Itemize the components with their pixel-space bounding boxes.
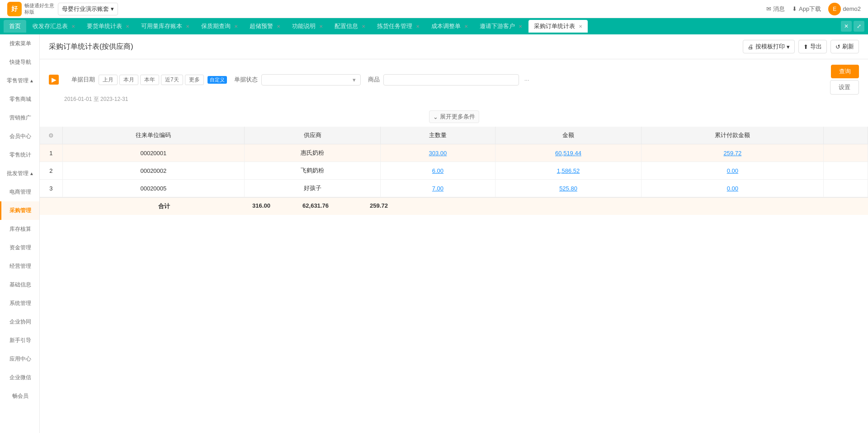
- chevron-down-icon5: ⌄: [433, 114, 438, 120]
- tab-close-gongneng[interactable]: ✕: [319, 24, 323, 29]
- col-paid-header: 累计付款金额: [642, 127, 824, 144]
- query-button[interactable]: 查询: [831, 65, 859, 78]
- tab-caigou-active[interactable]: 采购订单统计表 ✕: [528, 20, 588, 33]
- sidebar-item-appcenter[interactable]: 应用中心: [0, 350, 39, 368]
- sidebar-item-changhui[interactable]: 畅会员: [0, 387, 39, 405]
- message-button[interactable]: ✉ 消息: [766, 5, 785, 13]
- user-profile[interactable]: E demo2: [828, 3, 861, 15]
- download-icon: ⬇: [792, 5, 797, 12]
- gear-icon[interactable]: ⚙: [48, 132, 54, 139]
- row-paid: 259.72: [642, 144, 824, 162]
- custom-date-badge: 自定义: [208, 76, 227, 84]
- tab-jianhuo[interactable]: 拣货任务管理 ✕: [372, 20, 425, 33]
- tab-yaoqing[interactable]: 邀请下游客户 ✕: [474, 20, 528, 33]
- tab-close-keyongliang[interactable]: ✕: [186, 24, 189, 29]
- sidebar-item-newbie[interactable]: 新手引导: [0, 331, 39, 350]
- row-amount: 60,519.44: [495, 144, 642, 162]
- sidebar-item-operations[interactable]: 经营管理: [0, 257, 39, 276]
- content-area: 采购订单统计表(按供应商) 🖨 按模板打印 ▾ ⬆ 导出 ↺ 刷新: [40, 34, 868, 433]
- row-code: 00020001: [62, 144, 245, 162]
- page-title: 采购订单统计表(按供应商): [49, 42, 133, 57]
- sidebar-item-marketing[interactable]: 营销推广: [0, 109, 39, 127]
- export-button[interactable]: ⬆ 导出: [798, 40, 827, 53]
- sidebar-item-retail-stats[interactable]: 零售统计: [0, 146, 39, 164]
- main-layout: 搜索菜单 快捷导航 零售管理 ▲ 零售商城 营销推广 会员中心 零售统计 批发管…: [0, 34, 868, 433]
- sidebar-item-ecommerce[interactable]: 电商管理: [0, 183, 39, 201]
- sidebar-item-purchase[interactable]: 采购管理: [0, 201, 39, 220]
- tab-maximize-button[interactable]: ⤢: [854, 21, 864, 32]
- col-extra: [824, 127, 868, 144]
- sidebar-item-quicknav[interactable]: 快捷导航: [0, 53, 39, 71]
- tab-chaochu[interactable]: 超储预警 ✕: [244, 20, 286, 33]
- sidebar-item-wechat[interactable]: 企业微信: [0, 368, 39, 387]
- tab-close-chaochu[interactable]: ✕: [277, 24, 280, 29]
- tab-gongneng[interactable]: 功能说明 ✕: [287, 20, 328, 33]
- goods-input[interactable]: [383, 74, 519, 86]
- quicknav-label: 快捷导航: [3, 58, 38, 66]
- col-supplier-header: 供应商: [245, 127, 381, 144]
- sidebar-item-system[interactable]: 系统管理: [0, 294, 39, 313]
- sidebar-item-retail-shop[interactable]: 零售商城: [0, 90, 39, 109]
- tab-peizhi[interactable]: 配置信息 ✕: [329, 20, 371, 33]
- sidebar-item-retail-mgmt[interactable]: 零售管理 ▲: [0, 71, 39, 90]
- tab-close-jianhuo[interactable]: ✕: [416, 24, 420, 29]
- tab-shoufacun[interactable]: 收发存汇总表 ✕: [27, 20, 80, 33]
- tab-keyongliang[interactable]: 可用量库存账本 ✕: [136, 20, 195, 33]
- shortcut-this-year[interactable]: 本年: [140, 75, 159, 85]
- shortcut-more[interactable]: 更多: [185, 75, 204, 85]
- tab-yaohuo[interactable]: 要货单统计表 ✕: [81, 20, 135, 33]
- tab-home[interactable]: 首页: [4, 20, 26, 33]
- tab-close-caigou[interactable]: ✕: [579, 24, 582, 29]
- sidebar: 搜索菜单 快捷导航 零售管理 ▲ 零售商城 营销推广 会员中心 零售统计 批发管…: [0, 34, 40, 433]
- sidebar-item-member[interactable]: 会员中心: [0, 127, 39, 146]
- sidebar-item-search[interactable]: 搜索菜单: [0, 34, 39, 53]
- app-download-button[interactable]: ⬇ App下载: [792, 5, 821, 13]
- page-header: 采购订单统计表(按供应商) 🖨 按模板打印 ▾ ⬆ 导出 ↺ 刷新: [40, 34, 868, 59]
- export-icon: ⬆: [803, 43, 808, 50]
- col-gear: ⚙: [40, 127, 62, 144]
- top-bar-right: ✉ 消息 ⬇ App下载 E demo2: [766, 3, 861, 15]
- refresh-icon: ↺: [835, 43, 840, 50]
- more-options-icon[interactable]: ···: [524, 76, 529, 83]
- tab-close-yaohuo[interactable]: ✕: [126, 24, 129, 29]
- settings-button[interactable]: 设置: [830, 80, 859, 95]
- top-bar-left: 好 畅捷通好生意 标版 母婴行业演示账套 ▾: [7, 2, 118, 16]
- chevron-down-icon2: ▲: [29, 171, 34, 176]
- footer-paid: 259.72: [343, 202, 415, 210]
- row-supplier: 惠氏奶粉: [245, 144, 381, 162]
- tab-close-yaoqing[interactable]: ✕: [519, 24, 522, 29]
- status-select[interactable]: ▾: [261, 74, 361, 86]
- message-icon: ✉: [766, 5, 771, 12]
- row-paid: 0.00: [642, 180, 824, 197]
- row-supplier: 好孩子: [245, 180, 381, 197]
- shortcut-last-month[interactable]: 上月: [99, 75, 118, 85]
- template-print-button[interactable]: 🖨 按模板打印 ▾: [743, 40, 795, 53]
- row-qty: 7.00: [381, 180, 495, 197]
- expand-more-button[interactable]: ⌄ 展开更多条件: [429, 110, 479, 123]
- sidebar-item-finance[interactable]: 资金管理: [0, 238, 39, 257]
- tab-close-baozhiqi[interactable]: ✕: [234, 24, 238, 29]
- filter-toggle-arrow[interactable]: ▶: [49, 75, 59, 85]
- tab-close-all-button[interactable]: ✕: [841, 21, 852, 32]
- shortcut-this-month[interactable]: 本月: [119, 75, 138, 85]
- chevron-down-icon: ▾: [111, 5, 114, 12]
- date-label: 单据日期: [71, 76, 95, 84]
- tab-close-shoufacun[interactable]: ✕: [71, 24, 75, 29]
- tab-chengben[interactable]: 成本调整单 ✕: [426, 20, 473, 33]
- sidebar-item-inventory[interactable]: 库存核算: [0, 220, 39, 238]
- filter-section: ▶ 单据日期 上月 本月 本年 近7天 更多 自定义 单据状态: [40, 59, 868, 127]
- shortcut-7days[interactable]: 近7天: [161, 75, 183, 85]
- col-qty-header: 主数量: [381, 127, 495, 144]
- workspace-selector[interactable]: 母婴行业演示账套 ▾: [58, 3, 118, 15]
- row-qty: 6.00: [381, 162, 495, 180]
- row-index: 1: [40, 144, 62, 162]
- tab-baozhiqi[interactable]: 保质期查询 ✕: [196, 20, 243, 33]
- search-menu-label: 搜索菜单: [3, 40, 38, 48]
- footer-qty: 316.00: [234, 202, 288, 210]
- sidebar-item-basic-info[interactable]: 基础信息: [0, 276, 39, 294]
- tab-close-chengben[interactable]: ✕: [464, 24, 468, 29]
- sidebar-item-enterprise[interactable]: 企业协同: [0, 313, 39, 331]
- refresh-button[interactable]: ↺ 刷新: [830, 40, 859, 53]
- sidebar-item-wholesale[interactable]: 批发管理 ▲: [0, 164, 39, 183]
- tab-close-peizhi[interactable]: ✕: [362, 24, 365, 29]
